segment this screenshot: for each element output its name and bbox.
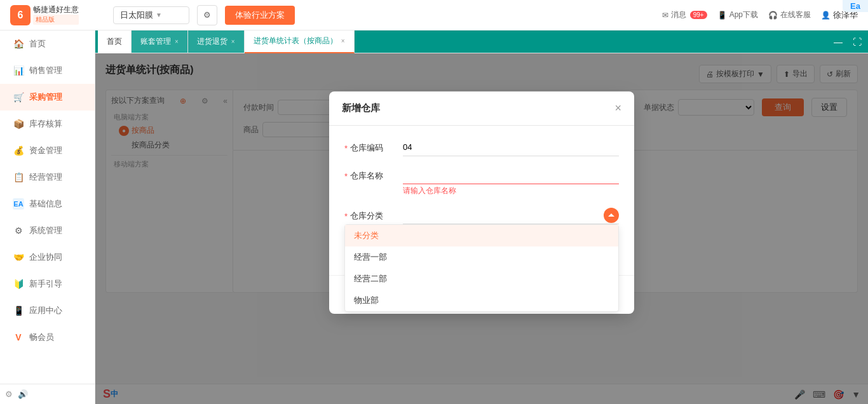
gear-button[interactable]: ⚙	[197, 5, 217, 25]
sidebar-item-home[interactable]: 🏠 首页	[0, 30, 95, 57]
sidebar-label-apps: 应用中心	[29, 305, 62, 316]
code-form-row: * 仓库编码	[344, 138, 619, 156]
modal-body: * 仓库编码 * 仓库名称	[329, 126, 634, 275]
name-form-row: * 仓库名称 请输入仓库名称	[344, 166, 619, 196]
header-right: ✉ 消息 99+ 📱 App下载 🎧 在线客服 👤 徐泽华	[662, 10, 858, 21]
tab-account-label: 账套管理	[140, 36, 171, 47]
category-dropdown-list: 未分类 经营一部 经营二部 物业部	[344, 224, 619, 312]
sidebar-label-basic: 基础信息	[29, 198, 62, 210]
sidebar-label-home: 首页	[29, 38, 46, 50]
message-button[interactable]: ✉ 消息 99+	[662, 10, 707, 20]
sidebar: 🏠 首页 📊 销售管理 🛒 采购管理 📦 库存核算 💰 资金管理 📋 经营管理 …	[0, 30, 95, 404]
tab-purchase-return[interactable]: 进货退货 ×	[188, 30, 245, 53]
store-selector[interactable]: 日太阳膜 ▼	[113, 6, 189, 24]
tab-minimize-btn[interactable]: —	[830, 36, 846, 48]
category-dropdown-arrow[interactable]	[604, 208, 619, 223]
tab-purchase-return-close[interactable]: ×	[231, 38, 235, 45]
name-input[interactable]	[403, 166, 619, 184]
system-icon: ⚙	[13, 225, 24, 236]
corp-icon: 🤝	[13, 252, 24, 263]
tab-purchase-stats-close[interactable]: ×	[341, 37, 345, 44]
sidebar-volume-icon[interactable]: 🔊	[18, 389, 28, 399]
store-dropdown-arrow: ▼	[156, 11, 162, 18]
apps-icon: 📱	[13, 305, 24, 316]
name-input-wrap: 请输入仓库名称	[403, 166, 619, 196]
modal-close-button[interactable]: ×	[614, 102, 621, 115]
sidebar-item-finance[interactable]: 💰 资金管理	[0, 137, 95, 164]
dropdown-option-dept2[interactable]: 经营二部	[345, 268, 618, 290]
sidebar-item-vip[interactable]: V 畅会员	[0, 324, 95, 351]
dropdown-option-uncategorized[interactable]: 未分类	[345, 225, 618, 246]
home-icon: 🏠	[13, 38, 24, 50]
sidebar-label-purchase: 采购管理	[29, 91, 62, 103]
sidebar-item-guide[interactable]: 🔰 新手引导	[0, 271, 95, 297]
sidebar-item-sales[interactable]: 📊 销售管理	[0, 57, 95, 84]
tab-expand-btn[interactable]: ⛶	[849, 36, 865, 48]
top-header: 6 畅捷通好生意 精品版 日太阳膜 ▼ ⚙ 体验行业方案 ✉ 消息 99+ 📱 …	[0, 0, 868, 30]
modal-overlay: 新增仓库 × * 仓库编码	[95, 53, 868, 404]
sidebar-item-operation[interactable]: 📋 经营管理	[0, 164, 95, 191]
sidebar-item-system[interactable]: ⚙ 系统管理	[0, 217, 95, 244]
basic-icon: EA	[13, 198, 24, 210]
phone-icon: 📱	[717, 11, 727, 20]
sidebar-label-corp: 企业协同	[29, 252, 62, 263]
tab-home-label: 首页	[107, 36, 122, 47]
tab-account[interactable]: 账套管理 ×	[132, 30, 188, 53]
operation-icon: 📋	[13, 172, 24, 183]
headset-icon: 🎧	[768, 11, 778, 20]
category-dropdown-wrap: 未分类 经营一部 经营二部 物业部	[403, 206, 619, 224]
sidebar-item-corp[interactable]: 🤝 企业协同	[0, 244, 95, 271]
main-layout: 🏠 首页 📊 销售管理 🛒 采购管理 📦 库存核算 💰 资金管理 📋 经营管理 …	[0, 30, 868, 404]
tab-bar-actions: — ⛶	[830, 36, 865, 48]
inventory-icon: 📦	[13, 118, 24, 130]
tab-purchase-stats[interactable]: 进货单统计表（按商品） ×	[245, 30, 355, 53]
message-icon: ✉	[662, 11, 668, 20]
sidebar-label-sales: 销售管理	[29, 65, 62, 76]
code-label: * 仓库编码	[344, 138, 395, 154]
sidebar-label-vip: 畅会员	[29, 332, 54, 343]
category-label: * 仓库分类	[344, 206, 395, 222]
dropdown-option-property[interactable]: 物业部	[345, 290, 618, 311]
page-content: 进货单统计(按商品) 🖨 按模板打印 ▼ ⬆ 导出 ↺ 刷新	[95, 53, 868, 404]
tab-purchase-stats-label: 进货单统计表（按商品）	[254, 36, 337, 46]
sidebar-item-apps[interactable]: 📱 应用中心	[0, 297, 95, 324]
modal-title: 新增仓库	[342, 102, 380, 114]
sidebar-label-system: 系统管理	[29, 225, 62, 236]
sidebar-label-operation: 经营管理	[29, 172, 62, 183]
category-form-row: * 仓库分类 未分类	[344, 206, 619, 224]
chevron-up-icon	[607, 212, 615, 219]
modal-header: 新增仓库 ×	[329, 91, 634, 126]
app-badge: 精品版	[33, 15, 79, 25]
category-input[interactable]	[403, 206, 619, 224]
code-input[interactable]	[403, 138, 619, 156]
name-error-text: 请输入仓库名称	[403, 185, 619, 196]
sidebar-label-inventory: 库存核算	[29, 118, 62, 130]
sidebar-item-inventory[interactable]: 📦 库存核算	[0, 111, 95, 137]
ea-badge: Ea	[843, 0, 868, 12]
dropdown-option-dept1[interactable]: 经营一部	[345, 246, 618, 268]
tab-bar: 首页 账套管理 × 进货退货 × 进货单统计表（按商品） × — ⛶	[95, 30, 868, 53]
sidebar-label-guide: 新手引导	[29, 278, 62, 290]
tab-purchase-return-label: 进货退货	[197, 36, 227, 47]
trial-button[interactable]: 体验行业方案	[225, 6, 295, 25]
sidebar-label-finance: 资金管理	[29, 145, 62, 156]
content-area: 首页 账套管理 × 进货退货 × 进货单统计表（按商品） × — ⛶ 进货单统计…	[95, 30, 868, 404]
app-logo-icon: 6	[10, 5, 31, 25]
user-avatar: 👤	[821, 11, 831, 20]
sidebar-bottom: ⚙ 🔊	[0, 384, 95, 404]
sidebar-settings-icon[interactable]: ⚙	[5, 389, 13, 399]
store-name: 日太阳膜	[120, 10, 153, 21]
guide-icon: 🔰	[13, 278, 24, 290]
logo-area: 6 畅捷通好生意 精品版	[10, 5, 105, 25]
service-button[interactable]: 🎧 在线客服	[768, 10, 811, 20]
vip-icon: V	[13, 332, 24, 343]
sidebar-item-purchase[interactable]: 🛒 采购管理	[0, 84, 95, 111]
tab-home[interactable]: 首页	[98, 30, 132, 53]
app-download-button[interactable]: 📱 App下载	[717, 10, 758, 20]
message-badge: 99+	[690, 11, 707, 19]
new-warehouse-modal: 新增仓库 × * 仓库编码	[329, 91, 634, 314]
sidebar-item-basic[interactable]: EA 基础信息	[0, 191, 95, 217]
tab-account-close[interactable]: ×	[175, 38, 179, 45]
code-input-wrap	[403, 138, 619, 156]
finance-icon: 💰	[13, 145, 24, 156]
